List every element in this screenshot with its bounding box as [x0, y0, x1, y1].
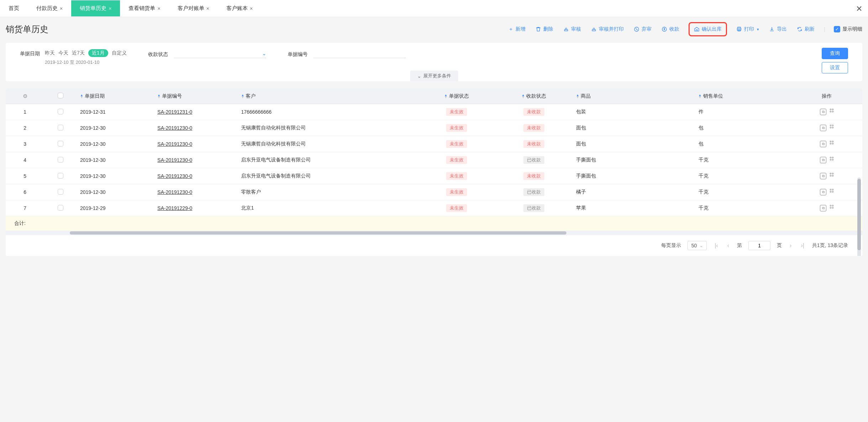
receipt-button[interactable]: 收款: [661, 25, 680, 34]
cell-doc-status: 未生效: [418, 168, 495, 184]
cell-docno[interactable]: SA-20191230-0: [154, 168, 237, 184]
page-size-select[interactable]: 50 ⌄: [687, 241, 707, 250]
unaudit-button[interactable]: 弃审: [633, 25, 652, 34]
refresh-button[interactable]: 刷新: [796, 25, 815, 34]
view-icon[interactable]: ⧉: [820, 109, 826, 115]
more-actions-icon[interactable]: [830, 173, 833, 179]
cell-docno[interactable]: SA-20191230-0: [154, 120, 237, 136]
cell-docno[interactable]: SA-20191230-0: [154, 184, 237, 200]
scrollbar-thumb[interactable]: [70, 231, 566, 235]
row-checkbox[interactable]: [45, 200, 77, 216]
cell-actions: ⧉: [791, 200, 862, 216]
view-icon[interactable]: ⧉: [820, 189, 826, 195]
cell-doc-status: 未生效: [418, 200, 495, 216]
printer-icon: [736, 26, 742, 32]
more-actions-icon[interactable]: [830, 205, 833, 211]
more-actions-icon[interactable]: [830, 109, 833, 115]
sort-icon: ▲▼: [444, 94, 448, 98]
cell-customer: 北京1: [237, 200, 418, 216]
tab-ledger[interactable]: 客户账本×: [218, 0, 261, 16]
tab-statement[interactable]: 客户对账单×: [169, 0, 218, 16]
close-icon[interactable]: ×: [157, 6, 160, 11]
col-date[interactable]: ▲▼单据日期: [77, 88, 154, 104]
cell-docno[interactable]: SA-20191231-0: [154, 104, 237, 120]
date-pill-yesterday[interactable]: 昨天: [45, 50, 55, 56]
cell-date: 2019-12-30: [77, 184, 154, 200]
view-icon[interactable]: ⧉: [820, 205, 826, 211]
horizontal-scrollbar[interactable]: [6, 231, 862, 235]
row-checkbox[interactable]: [45, 136, 77, 152]
cell-date: 2019-12-30: [77, 120, 154, 136]
delete-button[interactable]: 删除: [535, 25, 554, 34]
tab-payment-history[interactable]: 付款历史×: [28, 0, 71, 16]
expand-filters-button[interactable]: ⌄ 展开更多条件: [410, 71, 458, 81]
view-icon[interactable]: ⧉: [820, 157, 826, 163]
close-icon[interactable]: ×: [250, 6, 253, 11]
close-icon[interactable]: ×: [60, 6, 63, 11]
date-pill-today[interactable]: 今天: [58, 50, 68, 56]
page-number-input[interactable]: [748, 241, 770, 250]
print-button[interactable]: 打印▾: [736, 25, 760, 34]
table-row: 3 2019-12-30 SA-20191230-0 无锡康哲自动化科技有限公司…: [6, 136, 862, 152]
col-checkbox-all[interactable]: [45, 88, 77, 104]
search-button[interactable]: 查询: [822, 48, 848, 59]
svg-rect-6: [738, 30, 741, 31]
export-button[interactable]: 导出: [768, 25, 788, 34]
col-settings[interactable]: ⚙: [6, 88, 45, 104]
col-doc-status[interactable]: ▲▼单据状态: [418, 88, 495, 104]
row-checkbox[interactable]: [45, 152, 77, 168]
close-icon[interactable]: ×: [206, 6, 209, 11]
view-icon[interactable]: ⧉: [820, 173, 826, 179]
view-icon[interactable]: ⧉: [820, 141, 826, 147]
cell-customer: 启东升亚电气设备制造有限公司: [237, 168, 418, 184]
first-page-button[interactable]: |‹: [713, 242, 719, 249]
cell-docno[interactable]: SA-20191230-0: [154, 136, 237, 152]
more-actions-icon[interactable]: [830, 125, 833, 131]
vertical-scrollbar[interactable]: [857, 177, 861, 256]
view-icon[interactable]: ⧉: [820, 125, 826, 131]
col-product[interactable]: ▲▼商品: [572, 88, 695, 104]
gear-icon: ⚙: [23, 93, 27, 99]
date-pill-month[interactable]: 近1月: [88, 49, 108, 57]
row-index: 4: [6, 152, 45, 168]
add-button[interactable]: ＋新增: [508, 25, 526, 34]
scrollbar-thumb[interactable]: [857, 179, 861, 250]
tab-view-sales[interactable]: 查看销货单×: [120, 0, 169, 16]
row-index: 5: [6, 168, 45, 184]
audit-button[interactable]: 审核: [563, 25, 582, 34]
row-checkbox[interactable]: [45, 168, 77, 184]
cell-customer: 17666666666: [237, 104, 418, 120]
row-checkbox[interactable]: [45, 104, 77, 120]
more-actions-icon[interactable]: [830, 157, 833, 163]
cell-docno[interactable]: SA-20191230-0: [154, 152, 237, 168]
tab-home[interactable]: 首页: [0, 0, 28, 16]
cell-docno[interactable]: SA-20191229-0: [154, 200, 237, 216]
show-detail-toggle[interactable]: ✓ 显示明细: [834, 26, 862, 32]
cell-date: 2019-12-31: [77, 104, 154, 120]
col-docno[interactable]: ▲▼单据编号: [154, 88, 237, 104]
config-button[interactable]: 设置: [822, 62, 848, 73]
tab-sales-history[interactable]: 销货单历史×: [71, 0, 120, 16]
more-actions-icon[interactable]: [830, 141, 833, 147]
cell-doc-status: 未生效: [418, 184, 495, 200]
last-page-button[interactable]: ›|: [799, 242, 805, 249]
pay-status-dropdown[interactable]: ⌄: [174, 49, 266, 58]
audit-print-button[interactable]: 审核并打印: [590, 25, 624, 34]
confirm-out-button[interactable]: 确认出库: [689, 22, 727, 36]
more-actions-icon[interactable]: [830, 189, 833, 195]
close-all-tabs-icon[interactable]: ✕: [856, 4, 862, 14]
docno-input[interactable]: [313, 49, 406, 58]
cell-product: 面包: [572, 120, 695, 136]
col-unit[interactable]: ▲▼销售单位: [695, 88, 791, 104]
date-pill-week[interactable]: 近7天: [72, 50, 85, 56]
close-icon[interactable]: ×: [109, 6, 111, 11]
cell-date: 2019-12-30: [77, 152, 154, 168]
col-pay-status[interactable]: ▲▼收款状态: [495, 88, 572, 104]
date-pill-custom[interactable]: 自定义: [112, 50, 127, 56]
col-customer[interactable]: ▲▼客户: [237, 88, 418, 104]
export-icon: [769, 26, 775, 32]
row-checkbox[interactable]: [45, 184, 77, 200]
next-page-button[interactable]: ›: [788, 242, 793, 249]
prev-page-button[interactable]: ‹: [726, 242, 731, 249]
row-checkbox[interactable]: [45, 120, 77, 136]
